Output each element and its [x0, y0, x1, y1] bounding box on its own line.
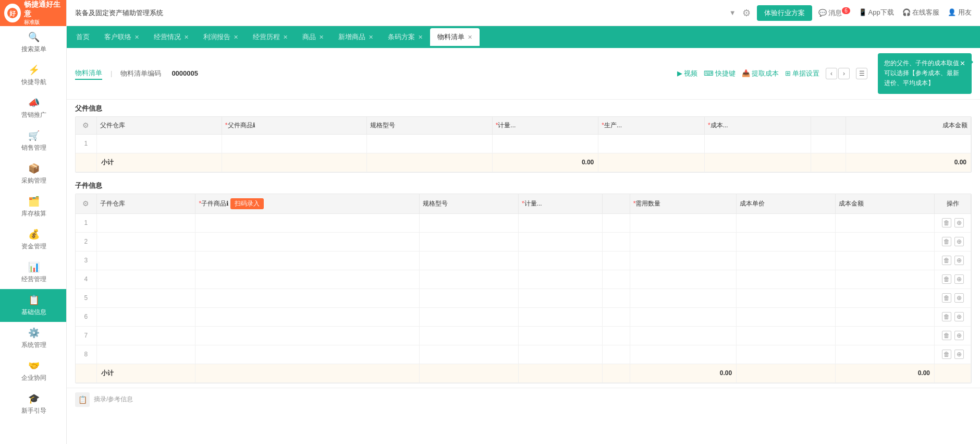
child-cell-product-6[interactable]	[195, 326, 420, 345]
copy-icon-7[interactable]: ⊕	[954, 350, 964, 359]
nav-tab-close-5[interactable]: ✕	[319, 34, 324, 41]
delete-icon-2[interactable]: 🗑	[942, 256, 951, 265]
copy-icon-6[interactable]: ⊕	[954, 331, 964, 340]
delete-icon-0[interactable]: 🗑	[942, 218, 951, 227]
child-cell-product-4[interactable]	[195, 289, 420, 307]
child-cell-qty-5[interactable]	[630, 307, 736, 326]
copy-icon-3[interactable]: ⊕	[954, 274, 964, 284]
child-cell-qty-2[interactable]	[630, 251, 736, 270]
sidebar-item-system[interactable]: ⚙️ 系统管理	[0, 322, 66, 355]
child-cell-warehouse-1[interactable]	[96, 232, 195, 251]
delete-icon-4[interactable]: 🗑	[942, 293, 951, 303]
nav-tab-close-6[interactable]: ✕	[369, 34, 373, 41]
nav-tab-close-2[interactable]: ✕	[184, 34, 189, 41]
sidebar-item-sales[interactable]: 🛒 销售管理	[0, 125, 66, 158]
child-cell-unit-cost-1[interactable]	[737, 232, 836, 251]
sidebar-item-guide[interactable]: 🎓 新手引导	[0, 388, 66, 421]
nav-tab-3[interactable]: 利润报告✕	[196, 28, 246, 46]
online-service-link[interactable]: 🎧 在线客服	[902, 8, 940, 17]
settings-icon[interactable]: ⚙	[742, 7, 751, 19]
message-link[interactable]: 💬 消息6	[818, 8, 850, 18]
child-cell-spec-6[interactable]	[420, 326, 519, 345]
child-cell-unit-cost-0[interactable]	[737, 213, 836, 232]
copy-icon-2[interactable]: ⊕	[954, 256, 964, 265]
child-cell-product-0[interactable]	[195, 213, 420, 232]
delete-icon-6[interactable]: 🗑	[942, 331, 951, 340]
nav-tab-4[interactable]: 经营历程✕	[246, 28, 295, 46]
child-cell-unit-cost-7[interactable]	[737, 345, 836, 364]
user-menu[interactable]: 👤 用友	[948, 8, 972, 17]
sidebar-item-inventory[interactable]: 🗂️ 库存核算	[0, 190, 66, 223]
child-cell-product-2[interactable]	[195, 251, 420, 270]
parent-cell-product[interactable]	[222, 134, 366, 153]
delete-icon-5[interactable]: 🗑	[942, 312, 951, 321]
dropdown-arrow[interactable]: ▼	[729, 9, 736, 17]
sidebar-item-operations[interactable]: 📊 经营管理	[0, 256, 66, 289]
child-cell-product-1[interactable]	[195, 232, 420, 251]
child-cell-qty-6[interactable]	[630, 326, 736, 345]
child-cell-spec-7[interactable]	[420, 345, 519, 364]
child-cell-unit-cost-3[interactable]	[737, 270, 836, 289]
nav-tab-close-8[interactable]: ✕	[468, 34, 472, 41]
child-cell-product-5[interactable]	[195, 307, 420, 326]
child-cell-unit-5[interactable]	[518, 307, 602, 326]
nav-tab-close-7[interactable]: ✕	[418, 34, 423, 41]
sidebar-item-marketing[interactable]: 📣 营销推广	[0, 92, 66, 125]
child-cell-unit-4[interactable]	[518, 289, 602, 307]
copy-icon-1[interactable]: ⊕	[954, 237, 964, 246]
child-cell-warehouse-6[interactable]	[96, 326, 195, 345]
nav-tab-8[interactable]: 物料清单✕	[430, 28, 480, 46]
child-cell-unit-0[interactable]	[518, 213, 602, 232]
nav-tab-0[interactable]: 首页	[69, 28, 97, 46]
child-cell-warehouse-7[interactable]	[96, 345, 195, 364]
child-cell-unit-cost-2[interactable]	[737, 251, 836, 270]
parent-cell-cost[interactable]	[704, 134, 811, 153]
child-cell-product-3[interactable]	[195, 270, 420, 289]
child-cell-qty-3[interactable]	[630, 270, 736, 289]
child-cell-warehouse-4[interactable]	[96, 289, 195, 307]
child-cell-warehouse-2[interactable]	[96, 251, 195, 270]
nav-tab-close-1[interactable]: ✕	[134, 34, 139, 41]
child-cell-unit-3[interactable]	[518, 270, 602, 289]
nav-tab-7[interactable]: 条码方案✕	[381, 28, 430, 46]
delete-icon-1[interactable]: 🗑	[942, 237, 951, 246]
copy-icon-4[interactable]: ⊕	[954, 293, 964, 303]
parent-cell-produce[interactable]	[598, 134, 705, 153]
child-cell-qty-4[interactable]	[630, 289, 736, 307]
child-cell-spec-0[interactable]	[420, 213, 519, 232]
child-cell-unit-7[interactable]	[518, 345, 602, 364]
child-cell-spec-1[interactable]	[420, 232, 519, 251]
child-cell-warehouse-0[interactable]	[96, 213, 195, 232]
child-cell-spec-2[interactable]	[420, 251, 519, 270]
child-col-settings-icon[interactable]: ⚙	[82, 199, 89, 208]
sidebar-item-basic[interactable]: 📋 基础信息	[0, 289, 66, 322]
child-cell-spec-3[interactable]	[420, 270, 519, 289]
col-settings-icon[interactable]: ⚙	[82, 121, 89, 129]
nav-tab-1[interactable]: 客户联络✕	[97, 28, 146, 46]
child-cell-spec-5[interactable]	[420, 307, 519, 326]
child-cell-warehouse-3[interactable]	[96, 270, 195, 289]
parent-cell-unit[interactable]	[492, 134, 598, 153]
sidebar-item-purchase[interactable]: 📦 采购管理	[0, 158, 66, 190]
app-download-link[interactable]: 📱 App下载	[859, 8, 894, 17]
bottom-icon[interactable]: 📋	[75, 392, 90, 407]
child-cell-unit-6[interactable]	[518, 326, 602, 345]
parent-cell-warehouse[interactable]	[96, 134, 222, 153]
child-cell-unit-cost-5[interactable]	[737, 307, 836, 326]
child-cell-qty-7[interactable]	[630, 345, 736, 364]
nav-tab-close-3[interactable]: ✕	[234, 34, 238, 41]
sidebar-item-quick-nav[interactable]: ⚡ 快捷导航	[0, 59, 66, 92]
sub-tab-bill[interactable]: 物料清单	[75, 67, 102, 80]
child-cell-qty-1[interactable]	[630, 232, 736, 251]
nav-tab-6[interactable]: 新增商品✕	[331, 28, 381, 46]
next-arrow[interactable]: ›	[838, 68, 850, 79]
experience-btn[interactable]: 体验行业方案	[757, 5, 812, 21]
extract-cost-action[interactable]: 📥 提取成本	[742, 69, 779, 78]
child-cell-unit-cost-4[interactable]	[737, 289, 836, 307]
list-view-btn[interactable]: ☰	[856, 68, 867, 79]
parent-cell-spec[interactable]	[367, 134, 492, 153]
view-action[interactable]: ▶ 视频	[677, 69, 697, 78]
copy-icon-5[interactable]: ⊕	[954, 312, 964, 321]
sidebar-item-enterprise[interactable]: 🤝 企业协同	[0, 355, 66, 388]
prev-arrow[interactable]: ‹	[826, 68, 837, 79]
